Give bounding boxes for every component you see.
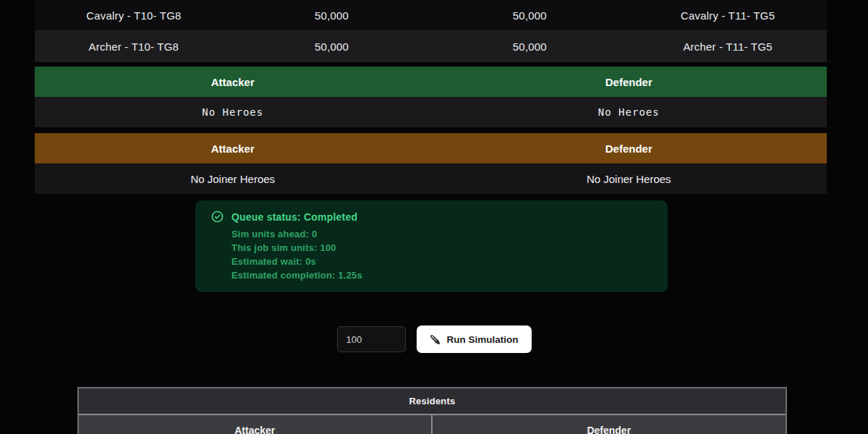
simulation-controls: Run Simulation (0, 326, 868, 353)
residents-table-header: Residents (79, 388, 786, 415)
joiner-defender-header: Defender (431, 142, 827, 155)
joiner-heroes-header-bar: Attacker Defender (35, 133, 827, 163)
attacker-troop-type: Archer - T10- TG8 (35, 41, 233, 53)
residents-defender-column: Defender (433, 415, 786, 434)
queue-status-title: Queue status: Completed (231, 211, 357, 223)
defender-troop-count: 50,000 (431, 41, 629, 53)
check-circle-icon (211, 210, 224, 223)
estimated-completion: Estimated completion: 1.25s (231, 268, 655, 282)
residents-table-columns: Attacker Defender (79, 415, 786, 434)
residents-table: Residents Attacker Defender (77, 387, 787, 434)
defender-troop-type: Archer - T11- TG5 (629, 41, 827, 53)
table-row: Cavalry - T10- TG8 50,000 50,000 Cavalry… (35, 0, 827, 31)
troop-table: Cavalry - T10- TG8 50,000 50,000 Cavalry… (35, 0, 827, 62)
heroes-attacker-header: Attacker (35, 76, 431, 88)
heroes-header-bar: Attacker Defender (35, 67, 827, 97)
attacker-troop-type: Cavalry - T10- TG8 (35, 9, 233, 22)
table-row: Archer - T10- TG8 50,000 50,000 Archer -… (35, 31, 827, 62)
joiner-attacker-header: Attacker (35, 142, 431, 155)
attacker-troop-count: 50,000 (233, 9, 431, 22)
queue-status-panel: Queue status: Completed Sim units ahead:… (195, 200, 668, 292)
attacker-heroes-value: No Heroes (35, 106, 431, 118)
sim-units-ahead: Sim units ahead: 0 (231, 227, 655, 241)
run-simulation-label: Run Simulation (447, 334, 519, 345)
joiner-heroes-values-row: No Joiner Heroes No Joiner Heroes (35, 163, 827, 194)
sim-units-input[interactable] (337, 326, 406, 352)
attacker-troop-count: 50,000 (233, 41, 431, 53)
defender-troop-type: Cavalry - T11- TG5 (629, 9, 827, 22)
residents-title: Residents (409, 396, 456, 407)
heroes-defender-header: Defender (431, 76, 827, 88)
heroes-values-row: No Heroes No Heroes (35, 97, 827, 127)
defender-heroes-value: No Heroes (431, 106, 827, 118)
job-sim-units: This job sim units: 100 (231, 241, 655, 255)
battle-simulator-page: Cavalry - T10- TG8 50,000 50,000 Cavalry… (0, 0, 868, 434)
run-simulation-button[interactable]: Run Simulation (417, 326, 532, 353)
defender-joiner-heroes-value: No Joiner Heroes (431, 173, 827, 185)
defender-troop-count: 50,000 (431, 9, 629, 22)
residents-attacker-column: Attacker (79, 415, 433, 434)
queue-status-details: Sim units ahead: 0 This job sim units: 1… (211, 227, 655, 282)
estimated-wait: Estimated wait: 0s (231, 255, 655, 268)
swords-icon (430, 334, 441, 345)
attacker-joiner-heroes-value: No Joiner Heroes (35, 173, 431, 185)
